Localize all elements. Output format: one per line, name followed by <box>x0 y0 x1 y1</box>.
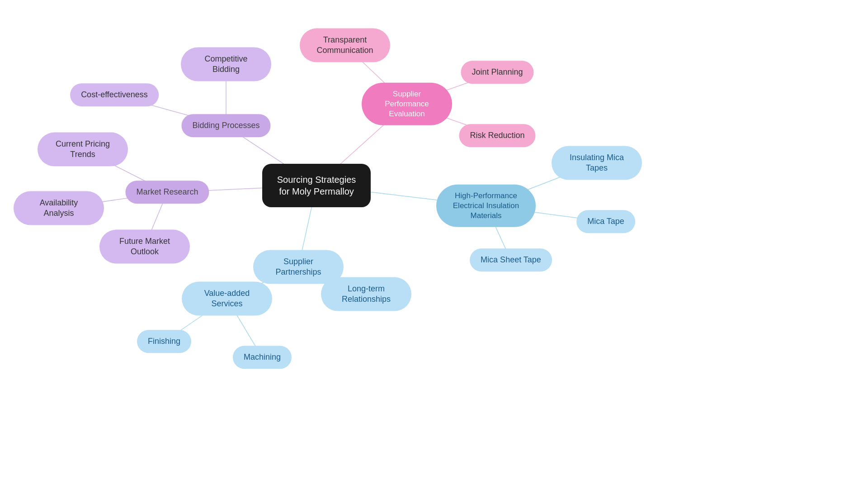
node-insulating-mica[interactable]: Insulating Mica Tapes <box>552 146 642 180</box>
node-transparent-communication[interactable]: Transparent Communication <box>300 29 390 62</box>
node-current-pricing[interactable]: Current Pricing Trends <box>38 133 128 167</box>
node-risk-reduction[interactable]: Risk Reduction <box>459 124 535 147</box>
node-availability-analysis[interactable]: Availability Analysis <box>14 191 104 225</box>
node-bidding-processes[interactable]: Bidding Processes <box>181 114 270 137</box>
node-supplier-performance[interactable]: Supplier Performance Evaluation <box>362 83 452 125</box>
node-future-market[interactable]: Future Market Outlook <box>99 230 190 264</box>
node-long-term[interactable]: Long-term Relationships <box>321 277 411 311</box>
node-competitive-bidding[interactable]: Competitive Bidding <box>181 48 271 81</box>
node-cost-effectiveness[interactable]: Cost-effectiveness <box>70 83 159 106</box>
node-value-added[interactable]: Value-added Services <box>182 282 272 316</box>
node-market-research[interactable]: Market Research <box>125 181 209 204</box>
mindmap-container: Sourcing Strategies for Moly PermalloyCo… <box>0 0 868 490</box>
node-hp-insulation[interactable]: High-Performance Electrical Insulation M… <box>436 185 536 227</box>
node-finishing[interactable]: Finishing <box>137 330 191 353</box>
center-node: Sourcing Strategies for Moly Permalloy <box>262 164 371 207</box>
node-machining[interactable]: Machining <box>233 346 292 369</box>
node-mica-tape[interactable]: Mica Tape <box>576 210 635 233</box>
node-mica-sheet[interactable]: Mica Sheet Tape <box>470 248 552 271</box>
node-joint-planning[interactable]: Joint Planning <box>461 61 533 84</box>
